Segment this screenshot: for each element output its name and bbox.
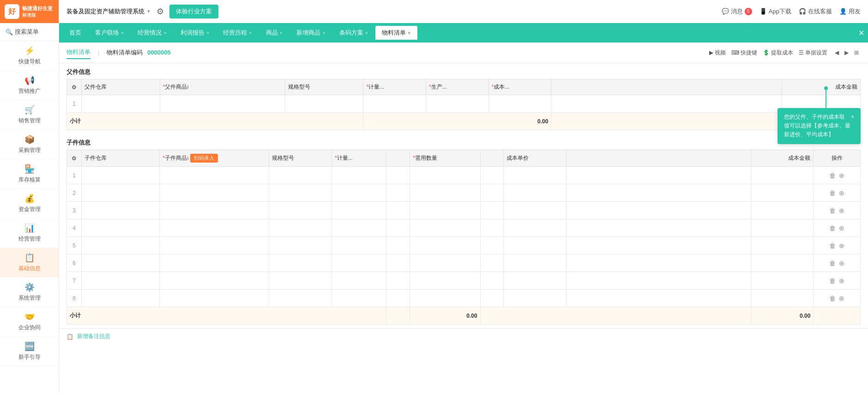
child-cell-product-4[interactable]	[160, 219, 269, 237]
sidebar-item-finance[interactable]: 💰 资金管理	[0, 189, 59, 218]
delete-icon-2[interactable]: 🗑	[829, 189, 836, 197]
nav-tab-close-icon[interactable]: ×	[322, 30, 325, 36]
child-cell-warehouse-6[interactable]	[82, 254, 160, 272]
child-cell-product-8[interactable]	[160, 290, 269, 307]
delete-icon-7[interactable]: 🗑	[829, 277, 836, 284]
delete-icon-5[interactable]: 🗑	[829, 242, 836, 249]
child-cell-product-5[interactable]	[160, 237, 269, 254]
child-cell-need-qty-2[interactable]	[410, 184, 480, 202]
nav-tab-close-icon[interactable]: ×	[163, 30, 166, 36]
sidebar-item-operation[interactable]: 📊 经营管理	[0, 218, 59, 248]
sidebar-item-inventory[interactable]: 🏪 库存核算	[0, 159, 59, 189]
nav-tab-2[interactable]: 经营情况×	[131, 26, 173, 40]
bill-settings-button[interactable]: ☰ 单据设置	[799, 49, 827, 57]
child-cell-qty-unit-3[interactable]	[332, 202, 386, 219]
online-service-button[interactable]: 🎧 在线客服	[799, 7, 832, 16]
nav-tab-close-icon[interactable]: ×	[121, 30, 124, 36]
delete-icon-4[interactable]: 🗑	[829, 224, 836, 232]
child-cell-need-qty-6[interactable]	[410, 254, 480, 272]
child-cell-need-qty-8[interactable]	[410, 290, 480, 307]
sidebar-item-quick-nav[interactable]: ⚡ 快捷导航	[0, 41, 59, 71]
child-cell-warehouse-3[interactable]	[82, 202, 160, 219]
delete-icon-8[interactable]: 🗑	[829, 295, 836, 302]
app-download-button[interactable]: 📱 App下载	[760, 7, 791, 16]
child-cell-unit-cost-3[interactable]	[504, 202, 566, 219]
copy-icon-3[interactable]: ⊕	[839, 207, 844, 214]
sub-tab-bill-list[interactable]: 物料清单	[66, 46, 90, 59]
copy-icon-2[interactable]: ⊕	[839, 189, 844, 197]
nav-tab-0[interactable]: 首页	[63, 26, 88, 40]
child-cell-spec-8[interactable]	[269, 290, 332, 307]
trial-button[interactable]: 体验行业方案	[169, 5, 218, 18]
copy-icon-1[interactable]: ⊕	[839, 172, 844, 179]
grid-view-icon[interactable]: ⊞	[852, 48, 861, 57]
child-cell-spec-5[interactable]	[269, 237, 332, 254]
parent-cell-warehouse-1[interactable]	[82, 95, 160, 113]
child-cell-unit-cost-7[interactable]	[504, 272, 566, 290]
child-cell-product-1[interactable]	[160, 167, 269, 184]
child-cell-spec-1[interactable]	[269, 167, 332, 184]
parent-cell-spec-1[interactable]	[285, 95, 363, 113]
child-cell-product-7[interactable]	[160, 272, 269, 290]
user-menu[interactable]: 👤 用友	[839, 7, 861, 16]
sub-tab-bill-code[interactable]: 物料清单编码 0000005	[107, 47, 170, 59]
child-cell-spec-2[interactable]	[269, 184, 332, 202]
nav-tab-close-icon[interactable]: ×	[206, 30, 209, 36]
nav-tab-8[interactable]: 物料清单×	[375, 26, 417, 40]
child-cell-product-6[interactable]	[160, 254, 269, 272]
nav-tab-3[interactable]: 利润报告×	[174, 26, 216, 40]
child-cell-product-2[interactable]	[160, 184, 269, 202]
child-cell-warehouse-1[interactable]	[82, 167, 160, 184]
config-icon-child[interactable]: ⚙	[72, 155, 77, 162]
delete-icon-1[interactable]: 🗑	[829, 172, 836, 179]
nav-tab-1[interactable]: 客户联络×	[89, 26, 130, 40]
child-cell-warehouse-4[interactable]	[82, 219, 160, 237]
parent-cell-production-1[interactable]	[426, 95, 489, 113]
child-cell-qty-unit-1[interactable]	[332, 167, 386, 184]
child-cell-need-qty-7[interactable]	[410, 272, 480, 290]
copy-icon-7[interactable]: ⊕	[839, 277, 844, 284]
child-cell-warehouse-7[interactable]	[82, 272, 160, 290]
nav-tab-close-icon[interactable]: ×	[249, 30, 252, 36]
child-cell-qty-unit-6[interactable]	[332, 254, 386, 272]
parent-cell-cost-1[interactable]	[488, 95, 551, 113]
child-cell-spec-4[interactable]	[269, 219, 332, 237]
sidebar-item-enterprise[interactable]: 🤝 企业协同	[0, 307, 59, 337]
sidebar-item-purchase[interactable]: 📦 采购管理	[0, 130, 59, 159]
nav-tab-5[interactable]: 商品×	[259, 26, 289, 40]
child-cell-need-qty-4[interactable]	[410, 219, 480, 237]
child-cell-product-3[interactable]	[160, 202, 269, 219]
child-cell-qty-unit-8[interactable]	[332, 290, 386, 307]
copy-icon-6[interactable]: ⊕	[839, 260, 844, 267]
child-cell-need-qty-3[interactable]	[410, 202, 480, 219]
message-button[interactable]: 💬 消息 6	[722, 7, 752, 16]
sidebar-item-system[interactable]: ⚙️ 系统管理	[0, 278, 59, 307]
system-title-dropdown[interactable]: 装备及固定资产辅助管理系统 ▼	[66, 7, 151, 16]
video-button[interactable]: ▶ 视频	[709, 49, 726, 57]
child-cell-need-qty-5[interactable]	[410, 237, 480, 254]
child-cell-warehouse-8[interactable]	[82, 290, 160, 307]
child-cell-warehouse-5[interactable]	[82, 237, 160, 254]
child-cell-unit-cost-2[interactable]	[504, 184, 566, 202]
sidebar-search[interactable]: 🔍 搜索菜单	[0, 23, 59, 41]
nav-tab-4[interactable]: 经营历程×	[217, 26, 258, 40]
child-cell-unit-cost-4[interactable]	[504, 219, 566, 237]
parent-cell-product-1[interactable]	[160, 95, 285, 113]
tooltip-close-button[interactable]: ×	[851, 113, 854, 121]
close-tab-icon[interactable]: ✕	[858, 29, 864, 37]
config-icon[interactable]: ⚙	[72, 84, 77, 91]
sidebar-item-guide[interactable]: 🆕 新手引导	[0, 337, 59, 366]
delete-icon-3[interactable]: 🗑	[829, 207, 836, 214]
next-arrow[interactable]: ▶	[843, 48, 850, 57]
child-cell-need-qty-1[interactable]	[410, 167, 480, 184]
nav-tab-7[interactable]: 条码方案×	[333, 26, 374, 40]
scan-button[interactable]: 扫码录入	[190, 154, 218, 163]
child-cell-spec-7[interactable]	[269, 272, 332, 290]
child-cell-qty-unit-7[interactable]	[332, 272, 386, 290]
gear-icon[interactable]: ⚙	[157, 6, 164, 17]
child-cell-spec-3[interactable]	[269, 202, 332, 219]
child-cell-warehouse-2[interactable]	[82, 184, 160, 202]
child-cell-qty-unit-4[interactable]	[332, 219, 386, 237]
child-cell-spec-6[interactable]	[269, 254, 332, 272]
nav-tab-close-icon[interactable]: ×	[408, 30, 410, 36]
